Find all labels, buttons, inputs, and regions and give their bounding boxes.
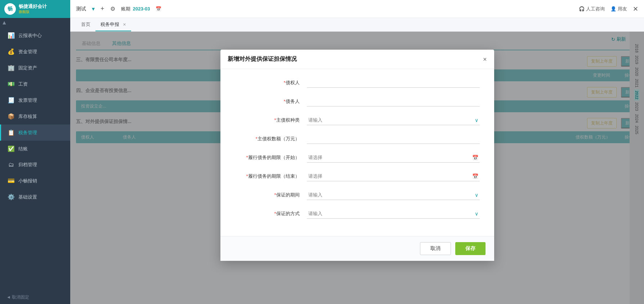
sidebar-item-jichu[interactable]: ⚙️基础设置	[0, 189, 70, 205]
tab-tax[interactable]: 税务申报 ✕	[95, 18, 131, 31]
jiezhang-icon: ✅	[8, 145, 15, 152]
form-input-creditor[interactable]	[307, 78, 480, 88]
sidebar-item-label: 库存核算	[18, 113, 37, 120]
app-title: 畅捷通好会计	[19, 4, 47, 10]
sidebar-item-shuiwu[interactable]: 📋税务管理	[0, 124, 70, 141]
form-input-claim_type[interactable]	[307, 115, 480, 125]
modal-header: 新增对外提供保证担保情况 ×	[220, 50, 494, 69]
sidebar-item-kucun[interactable]: 📦库存核算	[0, 108, 70, 124]
form-label-claim_amount: *主债权数额（万元）	[235, 136, 307, 142]
sidebar-item-gudingzichan[interactable]: 🏢固定资产	[0, 60, 70, 76]
form-input-start_date[interactable]	[307, 153, 480, 163]
period-label: 账期 2023-03	[121, 6, 150, 12]
sidebar-item-label: 资金管理	[18, 49, 37, 55]
calendar-icon-end_date[interactable]: 📅	[472, 173, 478, 179]
form-input-guarantee_period[interactable]	[307, 190, 480, 200]
settings-icon[interactable]: ⚙	[110, 5, 115, 12]
form-label-guarantee_period: *保证的期间	[235, 192, 307, 198]
shuiwu-icon: 📋	[8, 129, 15, 136]
sidebar-item-label: 工资	[18, 81, 28, 87]
tab-home[interactable]: 首页	[76, 18, 95, 31]
form-row-end_date: *履行债务的期限（结束） 📅	[235, 171, 480, 181]
form-label-start_date: *履行债务的期限（开始）	[235, 154, 307, 161]
gongzi-icon: 💵	[8, 81, 15, 87]
company-dropdown-icon[interactable]: ▾	[92, 5, 95, 12]
headset-icon: 🎧	[579, 6, 585, 12]
form-date-wrap-end_date: 📅	[307, 171, 480, 181]
sidebar-item-label: 归档管理	[18, 162, 37, 168]
gudingzichan-icon: 🏢	[8, 64, 15, 71]
xiaochang-icon: 💳	[8, 177, 15, 184]
form-label-creditor: *债权人	[235, 80, 307, 86]
form-control-creditor	[307, 78, 480, 88]
modal-body: *债权人*债务人*主债权种类 ∨ *主债权数额（万元）*履行债务的期限（开始） …	[220, 69, 494, 236]
sidebar-item-guidang[interactable]: 🗂归档管理	[0, 157, 70, 173]
modal-title: 新增对外提供保证担保情况	[228, 55, 297, 63]
guidang-icon: 🗂	[8, 162, 15, 168]
form-input-debtor[interactable]	[307, 96, 480, 106]
sidebar-item-label: 云报表中心	[18, 32, 42, 39]
sidebar-item-yunbao[interactable]: 📊云报表中心	[0, 27, 70, 44]
topbar-close-button[interactable]: ✕	[633, 5, 638, 13]
content-area: 基础信息 其他信息 三、有限责任公司本年度... 复制上年度 新增	[70, 32, 644, 304]
company-name: 测试	[76, 6, 86, 12]
sidebar-item-fapiao[interactable]: 🧾发票管理	[0, 92, 70, 108]
form-row-creditor: *债权人	[235, 78, 480, 88]
kucun-icon: 📦	[8, 113, 15, 120]
period-value: 2023-03	[133, 6, 150, 12]
sidebar-item-label: 小畅报销	[18, 178, 37, 184]
form-input-end_date[interactable]	[307, 171, 480, 181]
sidebar-item-gongzi[interactable]: 💵工资	[0, 76, 70, 92]
sidebar-item-jiezhang[interactable]: ✅结账	[0, 141, 70, 157]
tab-close-icon[interactable]: ✕	[123, 22, 126, 27]
form-label-debtor: *债务人	[235, 98, 307, 105]
sidebar-footer[interactable]: ◄ 取消固定	[0, 291, 70, 304]
cancel-button[interactable]: 取消	[420, 242, 451, 255]
user-icon: 👤	[611, 6, 616, 12]
support-button[interactable]: 🎧 人工咨询	[579, 6, 605, 12]
user-button[interactable]: 👤 用友	[611, 6, 627, 12]
modal-dialog: 新增对外提供保证担保情况 × *债权人*债务人*主债权种类 ∨ *主债权数额（万…	[220, 50, 494, 261]
sidebar-item-label: 发票管理	[18, 97, 37, 104]
app-logo: 畅	[4, 3, 16, 15]
form-control-claim_type: ∨	[307, 115, 480, 125]
app-badge: 旗舰版	[19, 9, 47, 14]
sidebar-nav: 📊云报表中心💰资金管理🏢固定资产💵工资🧾发票管理📦库存核算📋税务管理✅结账🗂归档…	[0, 27, 70, 205]
form-control-debtor	[307, 96, 480, 106]
sidebar-header: 畅 畅捷通好会计 旗舰版	[0, 0, 70, 18]
form-input-guarantee_method[interactable]	[307, 209, 480, 219]
calendar-icon[interactable]: 📅	[156, 6, 161, 12]
form-label-end_date: *履行债务的期限（结束）	[235, 173, 307, 180]
form-control-guarantee_period: ∨	[307, 190, 480, 200]
form-control-guarantee_method: ∨	[307, 209, 480, 219]
sidebar-item-zijin[interactable]: 💰资金管理	[0, 44, 70, 60]
form-control-claim_amount	[307, 134, 480, 144]
form-date-wrap-start_date: 📅	[307, 153, 480, 163]
calendar-icon-start_date[interactable]: 📅	[472, 155, 478, 160]
jichu-icon: ⚙️	[8, 194, 15, 200]
modal-footer: 取消 保存	[220, 236, 494, 261]
modal-form: *债权人*债务人*主债权种类 ∨ *主债权数额（万元）*履行债务的期限（开始） …	[235, 78, 480, 219]
form-input-claim_amount[interactable]	[307, 134, 480, 144]
zijin-icon: 💰	[8, 48, 15, 55]
main-content: 测试 ▾ + ⚙ 账期 2023-03 📅 🎧 人工咨询 👤 用友 ✕	[70, 0, 644, 304]
form-row-guarantee_period: *保证的期间 ∨	[235, 190, 480, 200]
form-select-wrap-claim_type: ∨	[307, 115, 480, 125]
form-row-start_date: *履行债务的期限（开始） 📅	[235, 153, 480, 163]
form-select-wrap-guarantee_period: ∨	[307, 190, 480, 200]
sidebar-item-xiaochang[interactable]: 💳小畅报销	[0, 173, 70, 189]
sidebar-item-label: 结账	[18, 146, 28, 152]
modal-overlay: 新增对外提供保证担保情况 × *债权人*债务人*主债权种类 ∨ *主债权数额（万…	[70, 32, 644, 304]
add-button[interactable]: +	[100, 5, 104, 13]
form-row-claim_amount: *主债权数额（万元）	[235, 134, 480, 144]
topbar: 测试 ▾ + ⚙ 账期 2023-03 📅 🎧 人工咨询 👤 用友 ✕	[70, 0, 644, 18]
sidebar-scroll-up[interactable]: ▲	[0, 18, 70, 27]
sidebar-item-label: 基础设置	[18, 194, 37, 200]
form-row-guarantee_method: *保证的方式 ∨	[235, 209, 480, 219]
unpin-label: ◄ 取消固定	[6, 294, 29, 300]
modal-close-button[interactable]: ×	[483, 56, 487, 63]
save-button[interactable]: 保存	[455, 242, 486, 255]
sidebar-item-label: 税务管理	[18, 130, 37, 136]
sidebar-scroll: ▲ 📊云报表中心💰资金管理🏢固定资产💵工资🧾发票管理📦库存核算📋税务管理✅结账🗂…	[0, 18, 70, 291]
form-control-start_date: 📅	[307, 153, 480, 163]
